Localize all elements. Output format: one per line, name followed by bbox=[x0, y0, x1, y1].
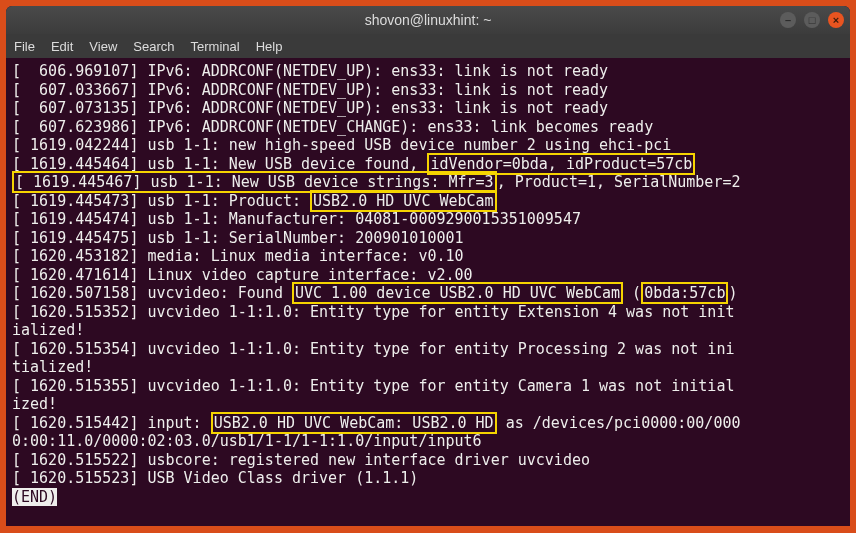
close-button[interactable]: × bbox=[828, 12, 844, 28]
log-line: [ 1620.515355] uvcvideo 1-1:1.0: Entity … bbox=[12, 377, 734, 395]
log-line: [ 607.033667] IPv6: ADDRCONF(NETDEV_UP):… bbox=[12, 81, 608, 99]
log-line: [ 1620.515354] uvcvideo 1-1:1.0: Entity … bbox=[12, 340, 734, 358]
log-line: [ 1620.515442] input: bbox=[12, 414, 211, 432]
log-line: 0:00:11.0/0000:02:03.0/usb1/1-1/1-1:1.0/… bbox=[12, 432, 482, 450]
log-line: , Product=1, SerialNumber=2 bbox=[497, 173, 741, 191]
log-line: [ 1620.507158] uvcvideo: Found bbox=[12, 284, 292, 302]
maximize-button[interactable]: □ bbox=[804, 12, 820, 28]
log-line: [ 1620.471614] Linux video capture inter… bbox=[12, 266, 473, 284]
highlight-product: USB2.0 HD UVC WebCam bbox=[310, 190, 497, 212]
log-line: ( bbox=[623, 284, 641, 302]
menu-search[interactable]: Search bbox=[133, 39, 174, 54]
terminal-window: shovon@linuxhint: ~ – □ × File Edit View… bbox=[6, 6, 850, 526]
log-line: [ 1619.445473] usb 1-1: Product: bbox=[12, 192, 310, 210]
menu-help[interactable]: Help bbox=[256, 39, 283, 54]
highlight-input: USB2.0 HD UVC WebCam: USB2.0 HD bbox=[211, 412, 497, 434]
log-line: [ 607.623986] IPv6: ADDRCONF(NETDEV_CHAN… bbox=[12, 118, 653, 136]
terminal-output[interactable]: [ 606.969107] IPv6: ADDRCONF(NETDEV_UP):… bbox=[6, 58, 850, 510]
minimize-button[interactable]: – bbox=[780, 12, 796, 28]
window-title: shovon@linuxhint: ~ bbox=[365, 12, 492, 28]
window-controls: – □ × bbox=[780, 12, 844, 28]
menu-terminal[interactable]: Terminal bbox=[191, 39, 240, 54]
log-line: as /devices/pci0000:00/000 bbox=[497, 414, 741, 432]
menubar: File Edit View Search Terminal Help bbox=[6, 34, 850, 58]
log-line: [ 1619.445464] usb 1-1: New USB device f… bbox=[12, 155, 427, 173]
titlebar: shovon@linuxhint: ~ – □ × bbox=[6, 6, 850, 34]
highlight-uvc-device: UVC 1.00 device USB2.0 HD UVC WebCam bbox=[292, 282, 623, 304]
log-line: [ 1619.042244] usb 1-1: new high-speed U… bbox=[12, 136, 671, 154]
log-line: [ 607.073135] IPv6: ADDRCONF(NETDEV_UP):… bbox=[12, 99, 608, 117]
log-line: [ 606.969107] IPv6: ADDRCONF(NETDEV_UP):… bbox=[12, 62, 608, 80]
menu-edit[interactable]: Edit bbox=[51, 39, 73, 54]
log-line: ) bbox=[728, 284, 737, 302]
menu-view[interactable]: View bbox=[89, 39, 117, 54]
highlight-device-id: 0bda:57cb bbox=[641, 282, 728, 304]
log-line: [ 1620.515352] uvcvideo 1-1:1.0: Entity … bbox=[12, 303, 734, 321]
log-line: [ 1620.515523] USB Video Class driver (1… bbox=[12, 469, 418, 487]
log-line: tialized! bbox=[12, 358, 93, 376]
log-line: [ 1619.445475] usb 1-1: SerialNumber: 20… bbox=[12, 229, 464, 247]
menu-file[interactable]: File bbox=[14, 39, 35, 54]
pager-end: (END) bbox=[12, 488, 57, 506]
log-line: [ 1620.515522] usbcore: registered new i… bbox=[12, 451, 590, 469]
log-line: [ 1620.453182] media: Linux media interf… bbox=[12, 247, 464, 265]
log-line: [ 1619.445474] usb 1-1: Manufacturer: 04… bbox=[12, 210, 581, 228]
log-line: ized! bbox=[12, 395, 57, 413]
log-line: ialized! bbox=[12, 321, 84, 339]
